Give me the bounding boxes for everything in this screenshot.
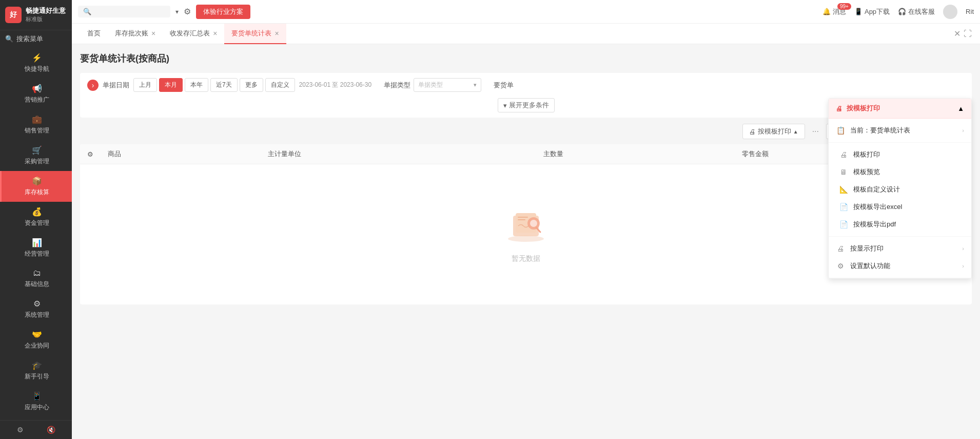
brand-version: 标准版 [26, 15, 66, 23]
topbar-settings-icon[interactable]: ⚙ [184, 7, 191, 16]
svg-rect-6 [518, 217, 528, 218]
tab-label-batch-ledger: 库存批次账 [115, 29, 148, 38]
dropdown-item-template-preview[interactable]: 🖥模板预览 [829, 163, 971, 181]
nav-icon-apps: 📱 [32, 391, 42, 401]
nav-icon-inventory: 📦 [32, 176, 42, 186]
mute-icon[interactable]: 🔇 [47, 426, 55, 434]
sidebar: 好 畅捷通好生意 标准版 🔍 搜索菜单 ⚡快捷导航📢营销推广💼销售管理🛒采购管理… [0, 0, 72, 439]
notifications-btn[interactable]: 🔔 消息 99+ [822, 7, 846, 16]
date-btn-last-7-days[interactable]: 近7天 [210, 78, 238, 92]
topbar-dropdown-icon[interactable]: ▾ [175, 8, 179, 15]
tabs-expand-icon[interactable]: ⛶ [964, 29, 972, 39]
dropdown-item-template-print[interactable]: 🖨模板打印 [829, 146, 971, 163]
tab-batch-ledger[interactable]: 库存批次账× [108, 24, 163, 44]
sidebar-item-guide[interactable]: 🎓新手引导 [0, 355, 72, 386]
type-filter-label: 单据类型 [384, 81, 410, 90]
date-btn-prev-month[interactable]: 上月 [133, 78, 157, 92]
app-download-btn[interactable]: 📱 App下载 [854, 7, 890, 16]
dropdown-item-export-pdf[interactable]: 📄按模板导出pdf [829, 216, 971, 233]
table-col-quantity: 主数量 [536, 144, 735, 164]
current-template-label: 当前：要货单统计表 [850, 126, 910, 135]
user-avatar[interactable] [943, 5, 957, 19]
print-chevron-icon: ▲ [793, 129, 798, 135]
filter-toggle-btn[interactable]: › [87, 80, 99, 91]
dropdown-item-icon-export-pdf: 📄 [839, 220, 848, 228]
table-col-settings[interactable]: ⚙ [80, 144, 101, 164]
svg-point-0 [508, 236, 544, 242]
brand-name: 畅捷通好生意 [26, 6, 66, 15]
empty-icon [500, 205, 552, 246]
nav-icon-guide: 🎓 [32, 360, 42, 370]
bell-icon: 🔔 [822, 8, 831, 15]
date-btn-this-month[interactable]: 本月 [159, 78, 183, 92]
trial-button[interactable]: 体验行业方案 [196, 5, 250, 19]
dropdown-group-display-print[interactable]: 🖨 按显示打印 › [829, 240, 971, 257]
nav-label-finance: 资金管理 [25, 219, 49, 227]
type-filter: 单据类型 单据类型 ▾ [384, 78, 481, 92]
dropdown-group-icon-set-default: ⚙ [836, 262, 845, 270]
tab-close-receipt-summary[interactable]: × [213, 30, 217, 37]
chevron-down-icon: ▾ [503, 102, 507, 109]
print-btn[interactable]: 🖨 按模板打印 ▲ [742, 124, 805, 139]
nav-label-guide: 新手引导 [25, 372, 49, 381]
sidebar-item-collab[interactable]: 🤝企业协同 [0, 325, 72, 355]
sidebar-search[interactable]: 🔍 搜索菜单 [0, 30, 72, 48]
nav-icon-marketing: 📢 [32, 84, 42, 93]
date-btn-more[interactable]: 更多 [240, 78, 263, 92]
tab-order-stats[interactable]: 要货单统计表× [224, 24, 286, 44]
sidebar-item-system[interactable]: ⚙系统管理 [0, 294, 72, 325]
dropdown-item-label-export-pdf: 按模板导出pdf [853, 220, 896, 229]
settings-bottom-icon[interactable]: ⚙ [17, 426, 24, 434]
tab-label-receipt-summary: 收发存汇总表 [170, 29, 210, 38]
date-btn-this-year[interactable]: 本年 [185, 78, 208, 92]
sidebar-item-sales[interactable]: 💼销售管理 [0, 109, 72, 140]
date-range-text: 2023-06-01 至 2023-06-30 [299, 81, 371, 89]
current-template-left: 📋 当前：要货单统计表 [836, 126, 910, 135]
topbar: 🔍 ▾ ⚙ 体验行业方案 🔔 消息 99+ 📱 App下载 🎧 在线客服 Rit [72, 0, 980, 24]
dropdown-header[interactable]: 🖨 按模板打印 ▲ [829, 99, 971, 119]
dropdown-item-export-excel[interactable]: 📄按模板导出excel [829, 198, 971, 216]
tab-receipt-summary[interactable]: 收发存汇总表× [163, 24, 224, 44]
tabs-bar: 首页库存批次账×收发存汇总表×要货单统计表× ✕ ⛶ [72, 24, 980, 44]
current-template-item[interactable]: 📋 当前：要货单统计表 › [829, 122, 971, 139]
nav-icon-finance: 💰 [32, 207, 42, 217]
expand-filters-btn[interactable]: ▾ 展开更多条件 [498, 98, 555, 112]
sidebar-item-base[interactable]: 🗂基础信息 [0, 263, 72, 294]
dropdown-group-icon-display-print: 🖨 [836, 244, 845, 253]
dropdown-title: 按模板打印 [847, 104, 880, 113]
print-icon: 🖨 [749, 128, 756, 136]
dropdown-collapse-icon: ▲ [957, 105, 964, 112]
sidebar-item-apps[interactable]: 📱应用中心 [0, 386, 72, 417]
sidebar-item-inventory[interactable]: 📦库存核算 [0, 171, 72, 202]
more-icon[interactable]: ··· [810, 127, 821, 136]
dropdown-group-chevron-set-default: › [962, 263, 964, 269]
tab-close-order-stats[interactable]: × [275, 30, 279, 37]
sidebar-nav: ⚡快捷导航📢营销推广💼销售管理🛒采购管理📦库存核算💰资金管理📊经营管理🗂基础信息… [0, 48, 72, 420]
search-label: 搜索菜单 [16, 34, 43, 44]
topbar-search[interactable]: 🔍 [78, 6, 170, 17]
sidebar-item-finance[interactable]: 💰资金管理 [0, 202, 72, 233]
dropdown-group-label-display-print: 按显示打印 [850, 244, 884, 253]
tabs-close-all-icon[interactable]: ✕ [954, 29, 961, 39]
sidebar-item-quick-nav[interactable]: ⚡快捷导航 [0, 48, 72, 79]
dropdown-item-template-design[interactable]: 📐模板自定义设计 [829, 181, 971, 198]
tab-close-batch-ledger[interactable]: × [151, 30, 155, 37]
sidebar-item-marketing[interactable]: 📢营销推广 [0, 79, 72, 109]
online-service-btn[interactable]: 🎧 在线客服 [898, 7, 935, 16]
sidebar-logo: 好 畅捷通好生意 标准版 [0, 0, 72, 30]
dropdown-group-set-default[interactable]: ⚙ 设置默认功能 › [829, 257, 971, 275]
tab-label-home: 首页 [87, 29, 101, 38]
nav-icon-system: ⚙ [33, 299, 41, 309]
sidebar-item-operations[interactable]: 📊经营管理 [0, 233, 72, 263]
nav-icon-quick-nav: ⚡ [32, 53, 42, 63]
nav-icon-collab: 🤝 [32, 330, 42, 339]
type-select[interactable]: 单据类型 ▾ [414, 78, 481, 92]
nav-label-system: 系统管理 [25, 311, 49, 319]
tab-home[interactable]: 首页 [80, 24, 108, 44]
sidebar-item-purchase[interactable]: 🛒采购管理 [0, 140, 72, 171]
user-name[interactable]: Rit [966, 8, 974, 15]
search-icon-topbar: 🔍 [83, 8, 91, 15]
nav-label-base: 基础信息 [25, 280, 49, 289]
date-btn-custom[interactable]: 自定义 [265, 78, 295, 92]
order-type-label: 要货单 [494, 81, 514, 90]
